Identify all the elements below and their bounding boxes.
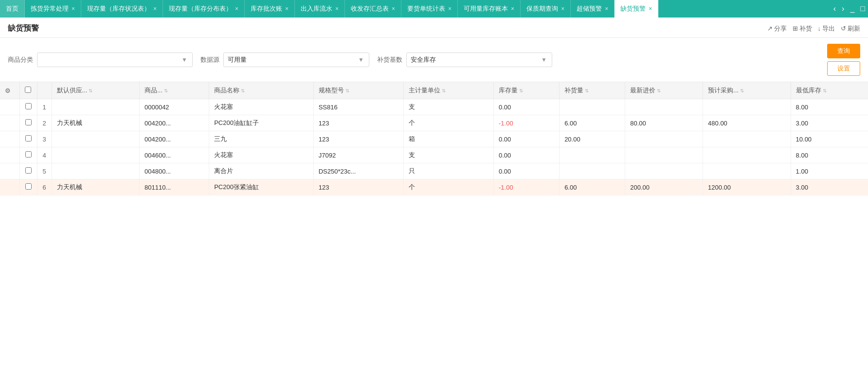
tab-available-ledger[interactable]: 可用量库存账本 × — [458, 0, 521, 18]
td-stock-3: 0.00 — [494, 147, 560, 163]
gear-icon[interactable]: ⚙ — [5, 87, 11, 94]
th-latest-price[interactable]: 最新进价 ⇅ — [625, 82, 703, 99]
row-checkbox-5[interactable] — [25, 183, 32, 190]
td-checkbox-5[interactable] — [19, 179, 37, 195]
th-supplier[interactable]: 默认供应... ⇅ — [52, 82, 139, 99]
th-stock[interactable]: 库存量 ⇅ — [494, 82, 560, 99]
share-link[interactable]: ↗ 分享 — [767, 24, 787, 33]
page-title: 缺货预警 — [8, 23, 39, 34]
tab-shortage[interactable]: 缺货预警 × — [615, 0, 658, 18]
td-supplier-1: 力天机械 — [52, 115, 139, 131]
td-replenish-0 — [560, 99, 625, 115]
th-spec[interactable]: 规格型号 ⇅ — [313, 82, 404, 99]
category-select[interactable]: ▼ — [37, 53, 193, 67]
refresh-link[interactable]: ↺ 刷新 — [841, 24, 860, 33]
td-replenish-4 — [560, 163, 625, 179]
tab-close-abnormal[interactable]: × — [72, 5, 75, 12]
td-product-code-3: 004600... — [139, 147, 209, 163]
th-product-code[interactable]: 商品... ⇅ — [139, 82, 209, 99]
tab-close-inout-flow[interactable]: × — [335, 5, 339, 12]
tab-close-stock-status[interactable]: × — [153, 5, 157, 12]
table-row: 1 0000042 火花塞 SS816 支 0.00 8.00 — [0, 99, 868, 115]
tab-stock-status[interactable]: 现存量（库存状况表） × — [81, 0, 163, 18]
table-row: 5 004800... 离合片 DS250*23c... 只 0.00 1.00 — [0, 163, 868, 179]
row-checkbox-1[interactable] — [25, 119, 32, 125]
tab-batch[interactable]: 库存批次账 × — [245, 0, 295, 18]
td-spec-4: DS250*23c... — [313, 163, 404, 179]
td-spec-2: 123 — [313, 131, 404, 147]
td-spec-3: J7092 — [313, 147, 404, 163]
td-spec-1: 123 — [313, 115, 404, 131]
th-product-name[interactable]: 商品名称 ⇅ — [209, 82, 314, 99]
category-filter-group: 商品分类 ▼ — [8, 53, 193, 67]
row-checkbox-0[interactable] — [25, 103, 32, 109]
th-min-stock[interactable]: 最低库存 ⇅ — [791, 82, 868, 99]
td-checkbox-2[interactable] — [19, 131, 37, 147]
replenish-icon: ⊞ — [793, 25, 798, 32]
select-all-checkbox[interactable] — [25, 87, 31, 93]
tab-maximize-button[interactable]: □ — [857, 4, 868, 13]
row-checkbox-4[interactable] — [25, 167, 32, 174]
th-estimated-purchase[interactable]: 预计采购... ⇅ — [703, 82, 791, 99]
row-checkbox-2[interactable] — [25, 135, 32, 141]
sort-icon-latest-price: ⇅ — [657, 88, 661, 93]
tab-minimize-button[interactable]: _ — [847, 4, 857, 13]
table-row: 4 004600... 火花塞 J7092 支 0.00 8.00 — [0, 147, 868, 163]
sort-icon-product-name: ⇅ — [241, 88, 245, 93]
td-replenish-5: 6.00 — [560, 179, 625, 195]
td-estimated-purchase-2 — [703, 131, 791, 147]
th-gear[interactable]: ⚙ — [0, 82, 19, 99]
td-gear-0 — [0, 99, 19, 115]
tab-expiry[interactable]: 保质期查询 × — [521, 0, 571, 18]
tab-order-stats[interactable]: 要货单统计表 × — [401, 0, 458, 18]
tab-receive-summary[interactable]: 收发存汇总表 × — [345, 0, 401, 18]
td-stock-1: -1.00 — [494, 115, 560, 131]
tab-close-order-stats[interactable]: × — [448, 5, 452, 12]
tab-overstock[interactable]: 超储预警 × — [571, 0, 615, 18]
td-latest-price-5: 200.00 — [625, 179, 703, 195]
td-product-name-3: 火花塞 — [209, 147, 314, 163]
td-checkbox-1[interactable] — [19, 115, 37, 131]
tab-close-available-ledger[interactable]: × — [511, 5, 514, 12]
td-rownum-3: 4 — [37, 147, 52, 163]
tab-abnormal[interactable]: 拣货异常处理 × — [25, 0, 81, 18]
td-supplier-2 — [52, 131, 139, 147]
datasource-select[interactable]: 可用量 ▼ — [223, 53, 369, 67]
td-stock-4: 0.00 — [494, 163, 560, 179]
export-link[interactable]: ↓ 导出 — [818, 24, 835, 33]
td-min-stock-0: 8.00 — [791, 99, 868, 115]
replenish-link[interactable]: ⊞ 补货 — [793, 24, 812, 33]
tab-close-batch[interactable]: × — [285, 5, 289, 12]
td-product-name-1: PC200油缸缸子 — [209, 115, 314, 131]
tab-inout-flow[interactable]: 出入库流水 × — [295, 0, 345, 18]
td-replenish-3 — [560, 147, 625, 163]
td-checkbox-3[interactable] — [19, 147, 37, 163]
tab-home[interactable]: 首页 — [0, 0, 25, 18]
td-gear-4 — [0, 163, 19, 179]
page-header: 缺货预警 ↗ 分享 ⊞ 补货 ↓ 导出 ↺ 刷新 — [0, 18, 868, 38]
td-rownum-5: 6 — [37, 179, 52, 195]
td-latest-price-3 — [625, 147, 703, 163]
td-spec-0: SS816 — [313, 99, 404, 115]
tab-prev-button[interactable]: ‹ — [831, 4, 839, 13]
td-estimated-purchase-3 — [703, 147, 791, 163]
replenish-basis-select[interactable]: 安全库存 ▼ — [406, 53, 552, 67]
td-checkbox-0[interactable] — [19, 99, 37, 115]
th-replenish[interactable]: 补货量 ⇅ — [560, 82, 625, 99]
row-checkbox-3[interactable] — [25, 151, 32, 158]
tab-close-stock-dist[interactable]: × — [235, 5, 238, 12]
tab-stock-dist[interactable]: 现存量（库存分布表） × — [163, 0, 245, 18]
datasource-label: 数据源 — [200, 55, 219, 64]
tab-close-overstock[interactable]: × — [605, 5, 608, 12]
sort-icon-replenish: ⇅ — [585, 88, 589, 93]
category-chevron-icon: ▼ — [181, 56, 187, 63]
settings-button[interactable]: 设置 — [827, 61, 860, 76]
query-button[interactable]: 查询 — [827, 44, 860, 58]
th-unit[interactable]: 主计量单位 ⇅ — [404, 82, 494, 99]
td-min-stock-2: 10.00 — [791, 131, 868, 147]
tab-next-button[interactable]: › — [839, 4, 847, 13]
tab-close-expiry[interactable]: × — [561, 5, 564, 12]
td-checkbox-4[interactable] — [19, 163, 37, 179]
tab-close-shortage[interactable]: × — [649, 5, 652, 12]
tab-close-receive-summary[interactable]: × — [392, 5, 395, 12]
